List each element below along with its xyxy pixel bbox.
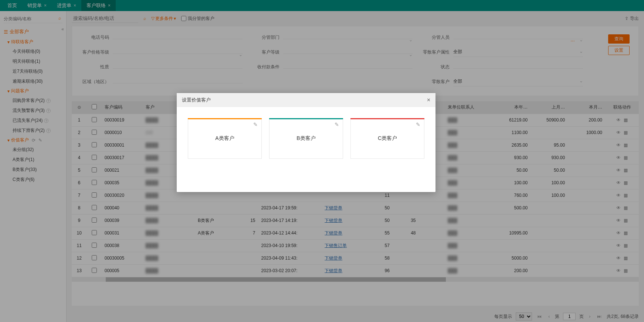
value-customer-modal: 设置价值客户 × ✎ A类客户 ✎ B类客户 ✎ C类客户 — [177, 93, 435, 192]
edit-icon[interactable]: ✎ — [335, 121, 339, 127]
value-card-c[interactable]: ✎ C类客户 — [350, 118, 424, 159]
modal-title: 设置价值客户 — [182, 97, 427, 103]
value-card-a[interactable]: ✎ A类客户 — [188, 118, 262, 159]
card-label: C类客户 — [378, 135, 397, 142]
card-label: A类客户 — [215, 135, 234, 142]
value-card-b[interactable]: ✎ B类客户 — [269, 118, 343, 159]
card-label: B类客户 — [296, 135, 315, 142]
close-icon[interactable]: × — [427, 97, 430, 103]
edit-icon[interactable]: ✎ — [253, 121, 258, 127]
edit-icon[interactable]: ✎ — [416, 121, 420, 127]
